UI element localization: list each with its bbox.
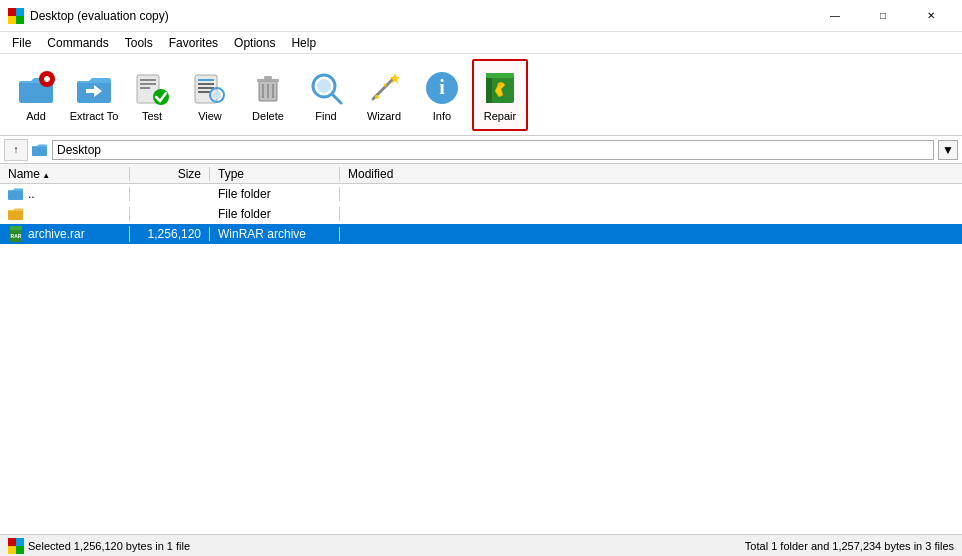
- svg-rect-45: [10, 226, 22, 230]
- file-name: ..: [28, 187, 35, 201]
- svg-rect-18: [198, 87, 214, 89]
- add-label: Add: [26, 110, 46, 122]
- svg-rect-42: [8, 190, 23, 200]
- svg-text:i: i: [439, 76, 445, 98]
- address-dropdown-button[interactable]: ▼: [938, 140, 958, 160]
- table-row[interactable]: .. File folder: [0, 184, 962, 204]
- menu-tools[interactable]: Tools: [117, 34, 161, 52]
- svg-rect-49: [8, 546, 16, 554]
- svg-rect-39: [486, 73, 514, 78]
- svg-rect-50: [16, 546, 24, 554]
- file-list-container: Name Size Type Modified .. File folder F…: [0, 164, 962, 534]
- svg-rect-1: [16, 8, 24, 16]
- column-modified-header[interactable]: Modified: [340, 167, 470, 181]
- window-controls: — □ ✕: [812, 0, 954, 32]
- winrar-icon: [8, 8, 24, 24]
- svg-rect-12: [140, 83, 156, 85]
- menu-file[interactable]: File: [4, 34, 39, 52]
- file-type-cell: WinRAR archive: [210, 227, 340, 241]
- column-name-header[interactable]: Name: [0, 167, 130, 181]
- extract-to-button[interactable]: Extract To: [66, 59, 122, 131]
- svg-line-30: [332, 94, 341, 103]
- info-icon-toolbar: i: [422, 68, 462, 108]
- test-icon: [132, 68, 172, 108]
- status-icon: [8, 538, 24, 554]
- menu-options[interactable]: Options: [226, 34, 283, 52]
- svg-rect-24: [264, 76, 272, 79]
- file-name-cell: RAR archive.rar: [0, 226, 130, 242]
- file-type-cell: File folder: [210, 187, 340, 201]
- svg-point-33: [375, 95, 379, 99]
- repair-label: Repair: [484, 110, 516, 122]
- delete-icon: [248, 68, 288, 108]
- address-input[interactable]: [52, 140, 934, 160]
- address-bar: ↑ ▼: [0, 136, 962, 164]
- delete-label: Delete: [252, 110, 284, 122]
- repair-button[interactable]: Repair: [472, 59, 528, 131]
- svg-rect-17: [198, 83, 214, 85]
- view-button[interactable]: View: [182, 59, 238, 131]
- status-right-text: Total 1 folder and 1,257,234 bytes in 3 …: [745, 540, 954, 552]
- view-icon: [190, 68, 230, 108]
- menu-favorites[interactable]: Favorites: [161, 34, 226, 52]
- file-name-cell: [0, 207, 130, 221]
- svg-point-29: [317, 79, 331, 93]
- status-bar: Selected 1,256,120 bytes in 1 file Total…: [0, 534, 962, 556]
- status-right: Total 1 folder and 1,257,234 bytes in 3 …: [745, 540, 954, 552]
- svg-point-21: [213, 91, 221, 99]
- menu-bar: File Commands Tools Favorites Options He…: [0, 32, 962, 54]
- test-button[interactable]: Test: [124, 59, 180, 131]
- wizard-icon: [364, 68, 404, 108]
- svg-rect-11: [140, 79, 156, 81]
- close-button[interactable]: ✕: [908, 0, 954, 32]
- info-button[interactable]: i Info: [414, 59, 470, 131]
- wizard-label: Wizard: [367, 110, 401, 122]
- title-bar: Desktop (evaluation copy) — □ ✕: [0, 0, 962, 32]
- maximize-button[interactable]: □: [860, 0, 906, 32]
- toolbar: Add Extract To Test: [0, 54, 962, 136]
- title-left: Desktop (evaluation copy): [8, 8, 169, 24]
- file-name: archive.rar: [28, 227, 85, 241]
- svg-rect-13: [140, 87, 150, 89]
- file-type-cell: File folder: [210, 207, 340, 221]
- table-row[interactable]: RAR archive.rar 1,256,120 WinRAR archive: [0, 224, 962, 244]
- column-size-header[interactable]: Size: [130, 167, 210, 181]
- svg-rect-2: [8, 16, 16, 24]
- view-label: View: [198, 110, 222, 122]
- menu-help[interactable]: Help: [283, 34, 324, 52]
- rar-file-icon: RAR: [8, 226, 24, 242]
- status-left-text: Selected 1,256,120 bytes in 1 file: [28, 540, 190, 552]
- find-button[interactable]: Find: [298, 59, 354, 131]
- test-label: Test: [142, 110, 162, 122]
- find-icon: [306, 68, 346, 108]
- info-label: Info: [433, 110, 451, 122]
- navigate-up-button[interactable]: ↑: [4, 139, 28, 161]
- svg-rect-47: [8, 538, 16, 546]
- file-name-cell: ..: [0, 187, 130, 201]
- find-label: Find: [315, 110, 336, 122]
- svg-rect-0: [8, 8, 16, 16]
- table-row[interactable]: File folder: [0, 204, 962, 224]
- menu-commands[interactable]: Commands: [39, 34, 116, 52]
- svg-point-34: [384, 83, 387, 86]
- svg-rect-41: [32, 146, 47, 156]
- folder-up-icon: [8, 187, 24, 201]
- extract-to-icon: [74, 68, 114, 108]
- minimize-button[interactable]: —: [812, 0, 858, 32]
- svg-rect-48: [16, 538, 24, 546]
- file-size-cell: 1,256,120: [130, 227, 210, 241]
- file-list-header: Name Size Type Modified: [0, 164, 962, 184]
- status-left: Selected 1,256,120 bytes in 1 file: [8, 538, 190, 554]
- svg-rect-23: [257, 79, 279, 82]
- svg-rect-7: [46, 76, 49, 82]
- svg-rect-3: [16, 16, 24, 24]
- wizard-button[interactable]: Wizard: [356, 59, 412, 131]
- column-type-header[interactable]: Type: [210, 167, 340, 181]
- address-folder-icon: [32, 143, 48, 157]
- svg-text:RAR: RAR: [11, 233, 22, 239]
- add-button[interactable]: Add: [8, 59, 64, 131]
- svg-rect-19: [198, 91, 210, 93]
- extract-to-label: Extract To: [70, 110, 119, 122]
- svg-rect-16: [198, 79, 214, 81]
- delete-button[interactable]: Delete: [240, 59, 296, 131]
